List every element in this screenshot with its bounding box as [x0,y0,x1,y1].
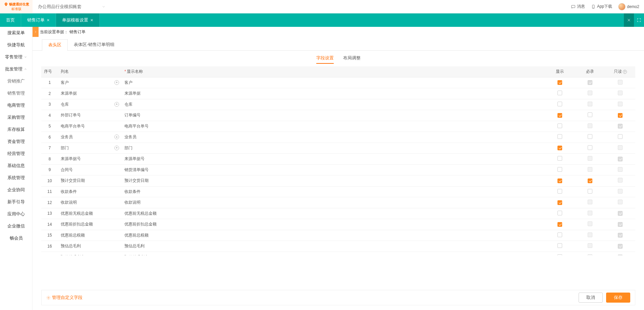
cancel-button[interactable]: 取消 [579,293,603,303]
nav-tab-label: 首页 [6,17,15,23]
sidebar-item[interactable]: 销售管理 [0,87,32,99]
checkbox-show[interactable] [557,189,562,194]
checkbox-show[interactable] [557,146,562,150]
company-select[interactable]: 办公用品行业模拟账套 [38,4,106,10]
cell-display-name[interactable]: 优惠前折扣总金额 [122,219,545,230]
sidebar-item[interactable]: 基础信息 [0,160,32,172]
sub-tab[interactable]: 字段设置 [316,55,334,64]
checkbox-show[interactable] [557,211,562,215]
sidebar-item[interactable]: 经营管理 [0,148,32,160]
messages-button[interactable]: 消息 [571,4,585,9]
nav-tab[interactable]: 首页 [0,13,21,27]
checkbox-readonly[interactable] [618,113,623,118]
brand-edition: 标准版 [11,7,21,11]
sidebar-item[interactable]: 资金管理 [0,136,32,148]
cell-display-name[interactable]: 客户 [122,78,545,88]
caret-up-icon [24,67,27,71]
checkbox-required[interactable] [588,145,592,150]
sidebar-item[interactable]: 采购管理 [0,111,32,123]
sidebar-item[interactable]: 批发管理 [0,63,32,75]
sidebar-item[interactable]: 畅会员 [0,232,32,244]
checkbox-show[interactable] [557,243,562,248]
sidebar-item[interactable]: 营销推广 [0,75,32,87]
checkbox-show[interactable] [557,254,562,255]
checkbox-show[interactable] [557,222,562,227]
checkbox-show[interactable] [557,232,562,237]
cell-display-name[interactable]: 预估总毛利 [122,241,545,252]
checkbox-required[interactable] [588,178,592,183]
checkbox-show[interactable] [557,178,562,183]
nav-tab-label: 单据模板设置 [62,17,88,23]
user-menu[interactable]: demo2 [618,3,639,10]
cell-display-name[interactable]: 预估总毛利率 [122,252,545,255]
sidebar-item[interactable]: 企业协同 [0,184,32,196]
close-icon[interactable]: ✕ [47,18,50,22]
checkbox-show[interactable] [557,91,562,95]
cell-display-name[interactable]: 收款说明 [122,197,545,208]
save-button[interactable]: 保存 [606,293,630,303]
help-icon[interactable]: ? [623,70,627,74]
caret-down-icon [24,55,27,59]
sidebar-item[interactable]: 应用中心 [0,208,32,220]
sidebar-item[interactable]: 快捷导航 [0,39,32,51]
checkbox-required[interactable] [588,134,592,139]
checkbox-show[interactable] [557,156,562,161]
cell-display-name[interactable]: 收款条件 [122,187,545,197]
cell-display-name[interactable]: 仓库 [122,99,545,110]
sidebar-item[interactable]: 新手引导 [0,196,32,208]
cell-display-name[interactable]: 部门 [122,143,545,154]
cell-display-name[interactable]: 订单编号 [122,110,545,121]
checkbox-required [588,232,592,237]
checkbox-show[interactable] [557,167,562,172]
cell-display-name[interactable]: 销货清单编号 [122,165,545,175]
cell-seq: 7 [41,143,58,154]
manage-custom-fields-link[interactable]: 管理自定义字段 [46,295,83,301]
cell-display-name[interactable]: 电商平台单号 [122,121,545,132]
sidebar-item-label: 企业协同 [7,187,25,193]
cell-seq: 3 [41,99,58,110]
sidebar-item[interactable]: 电商管理 [0,99,32,111]
inner-tab[interactable]: 表体区-销售订单明细 [67,39,121,51]
cell-display-name[interactable]: 来源单据 [122,88,545,99]
context-value: 销售订单 [69,29,86,35]
checkbox-show[interactable] [557,134,562,139]
add-icon[interactable]: + [114,146,119,150]
sidebar-item[interactable]: 系统管理 [0,172,32,184]
app-download-button[interactable]: App下载 [591,4,612,9]
close-tab-button[interactable] [624,13,634,27]
context-collapse-handle[interactable] [33,27,39,37]
table-row: 5电商平台单号电商平台单号 [41,121,635,132]
sidebar-item[interactable]: 库存核算 [0,123,32,136]
add-icon[interactable]: + [114,102,119,107]
sidebar-item[interactable]: 搜索菜单 [0,27,32,39]
cell-display-name[interactable]: 来源单据号 [122,154,545,164]
checkbox-show[interactable] [557,200,562,205]
checkbox-show[interactable] [557,113,562,118]
checkbox-show[interactable] [557,80,562,85]
avatar [618,3,626,10]
sub-tab[interactable]: 布局调整 [343,55,361,64]
sidebar-item[interactable]: 零售管理 [0,51,32,63]
cell-display-name[interactable]: 业务员 [122,132,545,143]
cell-colname: 优惠前折扣总金额 [58,219,122,230]
close-icon[interactable]: ✕ [90,18,93,22]
cell-colname: 来源单据号 [58,154,122,164]
chevron-down-icon [102,5,106,9]
checkbox-required [588,123,592,128]
checkbox-readonly[interactable] [618,134,623,139]
checkbox-show[interactable] [557,102,562,106]
checkbox-readonly [618,233,623,238]
add-icon[interactable]: + [114,135,119,139]
nav-tab[interactable]: 单据模板设置✕ [56,13,100,27]
checkbox-show[interactable] [557,123,562,128]
fullscreen-button[interactable] [634,18,644,22]
cell-display-name[interactable]: 优惠前总税额 [122,230,545,241]
cell-display-name[interactable]: 预计交货日期 [122,175,545,186]
cell-display-name[interactable]: 优惠前无税总金额 [122,208,545,219]
inner-tab[interactable]: 表头区 [42,39,68,51]
checkbox-required[interactable] [588,112,592,117]
add-icon[interactable]: + [114,80,119,85]
nav-tab[interactable]: 销售订单✕ [21,13,56,27]
checkbox-required[interactable] [588,189,592,194]
sidebar-item[interactable]: 企业微信 [0,220,32,232]
